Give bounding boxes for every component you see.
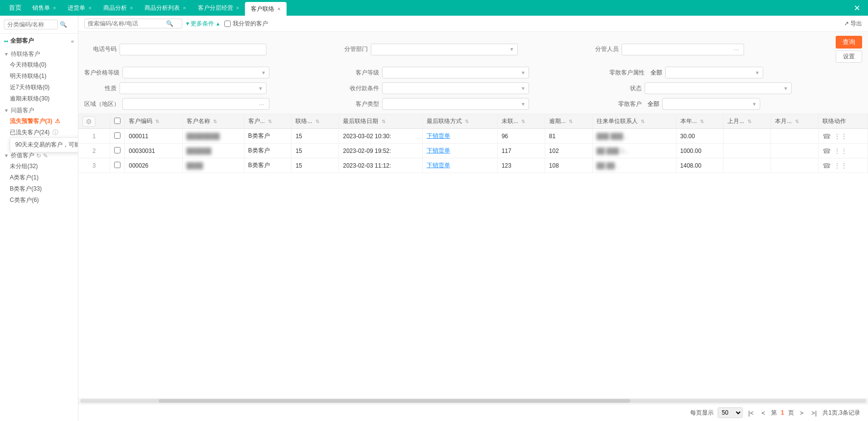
sidebar-item-churned[interactable]: 已流失客户(24) ⓘ bbox=[0, 127, 78, 138]
sort-icon-uncontacted[interactable]: ⇅ bbox=[521, 119, 525, 124]
prev-page-button[interactable]: < bbox=[759, 409, 767, 417]
table-settings-icon[interactable]: ⚙ bbox=[82, 116, 96, 127]
sidebar-item-overdue-contact[interactable]: 逾期未联络(30) bbox=[0, 93, 78, 104]
row-last-date: 2023-02-09 19:52: bbox=[339, 144, 423, 158]
all-customers-header[interactable]: ▪▪ 全部客户 « bbox=[0, 34, 78, 48]
sidebar-group-risk[interactable]: ▼ 问题客户 bbox=[0, 104, 78, 116]
filter-dept-select[interactable]: ▼ bbox=[371, 44, 518, 55]
row-contacts: ██ ██... bbox=[592, 158, 676, 173]
filter-status-select[interactable]: ▼ bbox=[645, 82, 792, 94]
nav-analysis-list[interactable]: 商品分析列表 × bbox=[139, 0, 192, 16]
sidebar-item-ungrouped[interactable]: 未分组(32) bbox=[0, 161, 78, 172]
contact-icon[interactable]: ☎ bbox=[822, 132, 831, 140]
row-code: 00030031 bbox=[124, 144, 182, 158]
filter-retail-select[interactable]: ▼ bbox=[662, 98, 760, 110]
sort-icon-type[interactable]: ⇅ bbox=[268, 119, 272, 124]
row-checkbox[interactable] bbox=[114, 132, 121, 139]
row-this-month bbox=[771, 144, 819, 158]
sidebar-group-pending[interactable]: ▼ 待联络客户 bbox=[0, 48, 78, 59]
more-action-icon[interactable]: ⋮⋮ bbox=[834, 147, 847, 155]
sidebar-item-churn-warning[interactable]: 流失预警客户(3) ⚠ bbox=[0, 116, 78, 127]
nav-analysis[interactable]: 商品分析 × bbox=[97, 0, 139, 16]
filter-customer-type-select[interactable]: ▼ bbox=[382, 98, 529, 110]
nav-customer-contact[interactable]: 客户联络 × bbox=[245, 2, 286, 16]
filter-price-level: 客户价格等级 ▼ bbox=[84, 67, 337, 78]
more-action-icon[interactable]: ⋮⋮ bbox=[834, 162, 847, 170]
horizontal-scrollbar[interactable] bbox=[78, 398, 868, 404]
row-checkbox[interactable] bbox=[114, 147, 121, 153]
sidebar-item-tomorrow[interactable]: 明天待联络(1) bbox=[0, 71, 78, 82]
filter-nature-select[interactable]: ▼ bbox=[120, 82, 266, 94]
sort-icon-this-year[interactable]: ⇅ bbox=[700, 119, 704, 124]
arrow-icon: ▼ bbox=[4, 51, 9, 57]
row-overdue: 102 bbox=[545, 144, 592, 158]
col-action: 联络动作 bbox=[819, 114, 868, 129]
contact-icon[interactable]: ☎ bbox=[822, 162, 831, 170]
row-checkbox[interactable] bbox=[114, 162, 121, 168]
nav-customer-tier[interactable]: 客户分层经营 × bbox=[192, 0, 245, 16]
filter-customer-level-select[interactable]: ▼ bbox=[382, 67, 529, 78]
sidebar-search-icon[interactable]: 🔍 bbox=[60, 21, 67, 28]
settings-button[interactable]: 设置 bbox=[836, 50, 862, 63]
close-analysis-list-icon[interactable]: × bbox=[183, 5, 186, 11]
close-all-button[interactable]: ✕ bbox=[850, 3, 864, 13]
chevron-down-icon-9: ▼ bbox=[752, 101, 757, 107]
sort-icon-code[interactable]: ⇅ bbox=[155, 119, 159, 124]
sort-icon-contacts[interactable]: ⇅ bbox=[641, 119, 645, 124]
last-page-button[interactable]: >| bbox=[809, 409, 819, 417]
sidebar-item-today[interactable]: 今天待联络(0) bbox=[0, 59, 78, 71]
filter-region-select[interactable]: ··· bbox=[122, 98, 269, 110]
close-customer-contact-icon[interactable]: × bbox=[277, 6, 280, 12]
more-icon[interactable]: ··· bbox=[732, 46, 741, 53]
sidebar-item-a-class[interactable]: A类客户(1) bbox=[0, 172, 78, 183]
sidebar-item-c-class[interactable]: C类客户(6) bbox=[0, 195, 78, 206]
more-icon-2[interactable]: ··· bbox=[257, 100, 266, 108]
contact-icon[interactable]: ☎ bbox=[822, 147, 831, 155]
sort-icon-last-month[interactable]: ⇅ bbox=[747, 119, 751, 124]
sort-icon-this-month[interactable]: ⇅ bbox=[795, 119, 799, 124]
row-action-cell: ☎ ⋮⋮ bbox=[819, 144, 868, 158]
filter-payment-select[interactable]: ▼ bbox=[382, 82, 529, 94]
nav-purchase[interactable]: 进货单 × bbox=[62, 0, 97, 16]
sort-icon-name[interactable]: ⇅ bbox=[213, 119, 217, 124]
search-submit-icon[interactable]: 🔍 bbox=[166, 20, 173, 27]
row-uncontacted: 96 bbox=[497, 129, 545, 144]
nav-sales[interactable]: 销售单 × bbox=[26, 0, 62, 16]
col-settings[interactable]: ⚙ bbox=[78, 114, 110, 129]
scrollbar-thumb[interactable] bbox=[159, 399, 630, 403]
next-page-button[interactable]: > bbox=[798, 409, 806, 417]
refresh-icon[interactable]: ↻ bbox=[36, 152, 41, 159]
close-sales-icon[interactable]: × bbox=[53, 5, 56, 11]
edit-icon[interactable]: ✎ bbox=[43, 152, 48, 159]
more-filter-button[interactable]: ▾ 更多条件 ▲ bbox=[186, 20, 220, 28]
filter-phone-input[interactable] bbox=[120, 44, 266, 55]
first-page-button[interactable]: |< bbox=[747, 409, 756, 417]
row-last-way[interactable]: 下销货单 bbox=[422, 158, 497, 173]
filter-person-select[interactable]: ··· bbox=[622, 44, 744, 55]
close-purchase-icon[interactable]: × bbox=[88, 5, 91, 11]
filter-row-1: 电话号码 分管部门 ▼ 分管人员 ··· bbox=[84, 36, 862, 63]
row-last-way[interactable]: 下销货单 bbox=[422, 144, 497, 158]
row-last-way[interactable]: 下销货单 bbox=[422, 129, 497, 144]
close-customer-tier-icon[interactable]: × bbox=[236, 5, 239, 11]
search-input[interactable] bbox=[88, 20, 166, 27]
filter-retail-attr-select[interactable]: ▼ bbox=[665, 67, 763, 78]
sidebar-collapse-icon[interactable]: « bbox=[71, 38, 74, 44]
select-all-checkbox[interactable] bbox=[114, 118, 121, 124]
sidebar-item-7days[interactable]: 近7天待联络(0) bbox=[0, 82, 78, 93]
more-action-icon[interactable]: ⋮⋮ bbox=[834, 132, 847, 140]
filter-price-level-select[interactable]: ▼ bbox=[122, 67, 269, 78]
sort-icon-overdue[interactable]: ⇅ bbox=[569, 119, 573, 124]
sort-icon-last-way[interactable]: ⇅ bbox=[465, 119, 469, 124]
per-page-select[interactable]: 50 10 20 100 bbox=[718, 407, 743, 418]
export-button[interactable]: ↗ 导出 bbox=[844, 20, 862, 28]
nav-home[interactable]: 首页 bbox=[4, 0, 26, 16]
sidebar-search-input[interactable] bbox=[4, 20, 58, 29]
query-button[interactable]: 查询 bbox=[836, 36, 862, 49]
sidebar-item-b-class[interactable]: B类客户(33) bbox=[0, 183, 78, 195]
my-customers-checkbox[interactable] bbox=[224, 21, 231, 27]
close-analysis-icon[interactable]: × bbox=[130, 5, 133, 11]
filter-row-2: 客户价格等级 ▼ 客户等级 ▼ 零散客户属性 bbox=[84, 67, 862, 78]
sort-icon-contact[interactable]: ⇅ bbox=[315, 119, 319, 124]
sort-icon-last-date[interactable]: ⇅ bbox=[382, 119, 386, 124]
